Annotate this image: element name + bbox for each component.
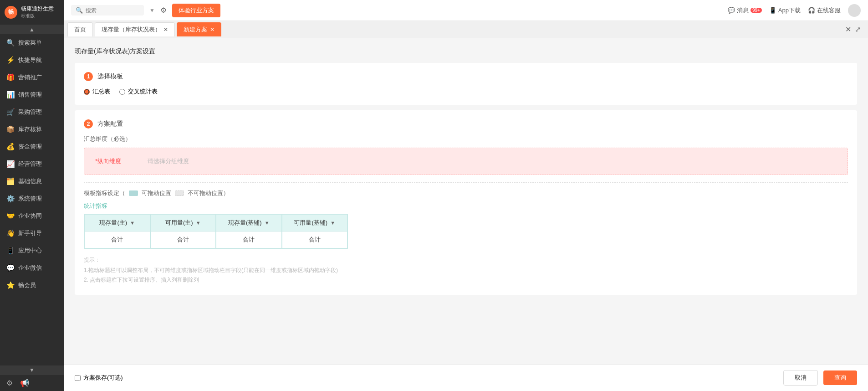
page-title: 现存量(库存状况表)方案设置 (75, 47, 857, 56)
wechat-icon: 💬 (6, 264, 15, 272)
draggable-legend-box (129, 190, 138, 196)
search-input[interactable] (86, 7, 131, 14)
sidebar-item-finance[interactable]: 💰 资金管理 (0, 138, 64, 155)
search-menu-icon: 🔍 (6, 39, 15, 47)
col3-header[interactable]: 现存量(基辅) ▼ (216, 215, 281, 232)
panel-expand-icon[interactable]: ⤢ (855, 25, 861, 34)
indicator-col-2: 可用量(主) ▼ 合计 (150, 214, 216, 248)
search-dropdown-icon[interactable]: ▼ (149, 7, 155, 14)
logo-text: 畅康通好生意 标准版 (21, 5, 54, 19)
sidebar-scroll-down[interactable]: ▼ (0, 365, 64, 375)
col2-chevron[interactable]: ▼ (196, 220, 201, 226)
step1-card: 1 选择模板 汇总表 交叉统计表 (75, 63, 857, 105)
sidebar-item-basic-info[interactable]: 🗂️ 基础信息 (0, 173, 64, 190)
indicator-settings-label: 模板指标设定（ 可拖动位置 不可拖动位置） (84, 189, 848, 197)
search-bar[interactable]: 🔍 (71, 5, 144, 15)
tips-section: 提示： 1.拖动标题栏可以调整布局，不可跨维度或指标区域拖动栏目字段(只能在同一… (84, 256, 848, 284)
divider1 (84, 182, 848, 183)
panel-close-icon[interactable]: ✕ (845, 25, 851, 34)
online-service-button[interactable]: 🎧 在线客服 (808, 6, 841, 15)
settings-topbar-icon[interactable]: ⚙ (160, 6, 167, 15)
sidebar-logo: 畅 畅康通好生意 标准版 (0, 0, 64, 25)
not-draggable-legend-box (175, 190, 184, 196)
sidebar: 畅 畅康通好生意 标准版 ▲ 🔍 搜索菜单 ⚡ 快捷导航 🎁 营销推广 📊 销售… (0, 0, 64, 391)
sidebar-item-wechat[interactable]: 💬 企业微信 (0, 259, 64, 277)
basic-info-icon: 🗂️ (6, 177, 15, 185)
vertical-dim-label: *纵向维度 (95, 157, 121, 165)
sidebar-item-sales[interactable]: 📊 销售管理 (0, 86, 64, 103)
message-icon: 💬 (728, 7, 735, 14)
radio-cross[interactable]: 交叉统计表 (119, 87, 158, 96)
search-icon: 🔍 (76, 7, 83, 14)
sidebar-footer: ⚙ 📢 (0, 375, 64, 391)
col3-body: 合计 (216, 232, 281, 248)
content-area: 现存量(库存状况表)方案设置 1 选择模板 汇总表 交叉统计表 (64, 38, 868, 364)
dim-placeholder-text[interactable]: 请选择分组维度 (148, 157, 189, 165)
inventory-icon: 📦 (6, 125, 15, 134)
dimension-section-label: 汇总维度（必选） (84, 135, 848, 143)
vip-icon: ⭐ (6, 281, 15, 289)
col4-header[interactable]: 可用量(基辅) ▼ (282, 215, 347, 232)
step2-header: 2 方案配置 (84, 119, 848, 129)
topbar-right: 💬 消息 99+ 📱 App下载 🎧 在线客服 (728, 4, 861, 17)
tab-inventory[interactable]: 现存量（库存状况表） ✕ (95, 22, 175, 36)
col2-body: 合计 (151, 232, 216, 248)
app-download-icon: 📱 (769, 7, 776, 14)
tab-new-plan-close[interactable]: ✕ (210, 26, 214, 33)
indicator-col-4: 可用量(基辅) ▼ 合计 (282, 214, 348, 248)
tab-inventory-close[interactable]: ✕ (163, 26, 168, 33)
query-button[interactable]: 查询 (823, 370, 857, 385)
sidebar-item-purchase[interactable]: 🛒 采购管理 (0, 103, 64, 121)
sidebar-nav: 🔍 搜索菜单 ⚡ 快捷导航 🎁 营销推广 📊 销售管理 🛒 采购管理 📦 库存核… (0, 34, 64, 365)
system-icon: ⚙️ (6, 195, 15, 203)
indicator-table: 现存量(主) ▼ 合计 可用量(主) ▼ 合计 (84, 214, 348, 249)
sidebar-item-quick-nav[interactable]: ⚡ 快捷导航 (0, 51, 64, 69)
message-button[interactable]: 💬 消息 99+ (728, 6, 762, 15)
app-center-icon: 📱 (6, 247, 15, 255)
purchase-icon: 🛒 (6, 108, 15, 116)
finance-icon: 💰 (6, 143, 15, 151)
sidebar-item-newbie[interactable]: 👋 新手引导 (0, 225, 64, 242)
col1-body: 合计 (85, 232, 150, 248)
sidebar-item-app-center[interactable]: 📱 应用中心 (0, 242, 64, 259)
tabbar: 首页 现存量（库存状况表） ✕ 新建方案 ✕ ✕ ⤢ (64, 21, 868, 38)
tip-2: 2. 点击标题栏下拉可设置排序、插入列和删除列 (84, 276, 848, 284)
operations-icon: 📈 (6, 160, 15, 168)
dimension-row: *纵向维度 —— 请选择分组维度 (95, 157, 837, 165)
col4-body: 合计 (282, 232, 347, 248)
step2-card: 2 方案配置 汇总维度（必选） *纵向维度 —— 请选择分组维度 模板指标设定（ (75, 110, 857, 295)
trial-industry-button[interactable]: 体验行业方案 (172, 4, 220, 17)
radio-summary[interactable]: 汇总表 (84, 87, 110, 96)
cancel-button[interactable]: 取消 (783, 370, 818, 386)
newbie-icon: 👋 (6, 229, 15, 237)
col1-header[interactable]: 现存量(主) ▼ (85, 215, 150, 232)
col1-chevron[interactable]: ▼ (130, 220, 135, 226)
sidebar-item-inventory[interactable]: 📦 库存核算 (0, 121, 64, 138)
stats-section-label: 统计指标 (84, 202, 848, 210)
col2-header[interactable]: 可用量(主) ▼ (151, 215, 216, 232)
save-checkbox[interactable] (75, 375, 81, 381)
quick-nav-icon: ⚡ (6, 56, 15, 64)
save-checkbox-label[interactable]: 方案保存(可选) (75, 374, 123, 382)
sidebar-item-vip[interactable]: ⭐ 畅会员 (0, 277, 64, 294)
speaker-icon[interactable]: 📢 (20, 379, 29, 387)
user-avatar[interactable] (848, 4, 861, 17)
tab-new-plan[interactable]: 新建方案 ✕ (177, 22, 221, 36)
sidebar-item-enterprise[interactable]: 🤝 企业协同 (0, 207, 64, 225)
app-download-button[interactable]: 📱 App下载 (769, 6, 801, 15)
tip-1: 1.拖动标题栏可以调整布局，不可跨维度或指标区域拖动栏目字段(只能在同一维度或指… (84, 267, 848, 274)
indicator-col-3: 现存量(基辅) ▼ 合计 (216, 214, 282, 248)
col4-chevron[interactable]: ▼ (330, 220, 335, 226)
sidebar-item-system[interactable]: ⚙️ 系统管理 (0, 190, 64, 207)
col3-chevron[interactable]: ▼ (265, 220, 270, 226)
sidebar-scroll-up[interactable]: ▲ (0, 25, 64, 34)
sidebar-item-marketing[interactable]: 🎁 营销推广 (0, 69, 64, 86)
settings-icon[interactable]: ⚙ (6, 379, 13, 387)
sales-icon: 📊 (6, 91, 15, 99)
step1-header: 1 选择模板 (84, 72, 848, 81)
sidebar-item-operations[interactable]: 📈 经营管理 (0, 155, 64, 173)
indicator-col-1: 现存量(主) ▼ 合计 (84, 214, 150, 248)
tab-home[interactable]: 首页 (67, 22, 93, 36)
marketing-icon: 🎁 (6, 73, 15, 82)
sidebar-item-search[interactable]: 🔍 搜索菜单 (0, 34, 64, 51)
